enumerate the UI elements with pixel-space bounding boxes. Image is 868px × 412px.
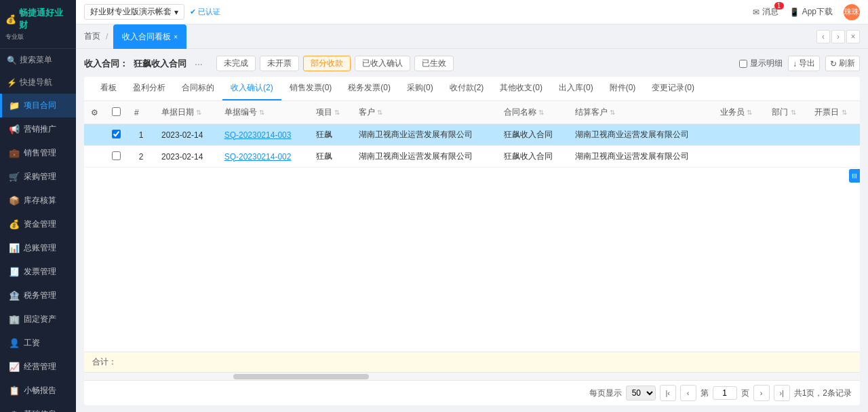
- user-avatar[interactable]: 珠珠: [844, 4, 860, 20]
- row-orderno[interactable]: SQ-20230214-003: [218, 124, 309, 146]
- sidebar-item-hr[interactable]: 👤 工资: [0, 331, 76, 355]
- tab-tax-invoice[interactable]: 税务发票(0): [340, 77, 399, 100]
- table-row[interactable]: 2 2023-02-14 SQ-20230214-002 狂飙 湖南卫视商业运营…: [84, 146, 860, 168]
- row-opendate: [808, 146, 860, 168]
- status-confirmed[interactable]: 已收入确认: [355, 56, 410, 71]
- status-uninvoiced[interactable]: 未开票: [260, 56, 299, 71]
- sidebar-item-capital[interactable]: 💰 资金管理: [0, 212, 76, 236]
- col-customer-header[interactable]: 客户 ⇅: [352, 101, 497, 124]
- col-contractname-header[interactable]: 合同名称 ⇅: [497, 101, 568, 124]
- tab-kanban[interactable]: 看板: [92, 77, 125, 100]
- sidebar-item-report[interactable]: 📋 小畅报告: [0, 379, 76, 402]
- tab-sales-invoice[interactable]: 销售发票(0): [281, 77, 340, 100]
- topbar: 好业财专业版演示帐套 ▾ ✔ 已认证 ✉ 1 消息 📱 App下载 珠珠: [76, 0, 868, 24]
- tab-other-income[interactable]: 其他收支(0): [492, 77, 551, 100]
- col-check-header[interactable]: [105, 101, 127, 124]
- tab-purchase[interactable]: 采购(0): [399, 77, 441, 100]
- status-partial-received[interactable]: 部分收款: [303, 56, 351, 71]
- sort-customer-icon: ⇅: [377, 109, 382, 116]
- page-last-button[interactable]: ›|: [774, 385, 790, 401]
- row-check[interactable]: [105, 124, 127, 146]
- sidebar-item-project[interactable]: 📁 项目合同: [0, 94, 76, 117]
- status-effective[interactable]: 已生效: [414, 56, 454, 71]
- table-row[interactable]: 1 2023-02-14 SQ-20230214-003 狂飙 湖南卫视商业运营…: [84, 124, 860, 146]
- sidebar-item-marketing[interactable]: 📢 营销推广: [0, 117, 76, 141]
- status-uncomplete[interactable]: 未完成: [216, 56, 256, 71]
- col-salesperson-header[interactable]: 业务员 ⇅: [713, 101, 766, 124]
- col-no-header: #: [127, 101, 155, 124]
- sidebar-item-tax[interactable]: 🏦 税务管理: [0, 284, 76, 307]
- breadcrumb-home[interactable]: 首页: [84, 31, 100, 42]
- app-logo: 💰 畅捷通好业财 专业版: [0, 0, 76, 49]
- tab-close-arrow[interactable]: ×: [846, 30, 860, 43]
- tab-payment[interactable]: 收付款(2): [441, 77, 492, 100]
- tab-income-confirm[interactable]: 收入确认(2): [222, 77, 281, 100]
- sort-opendate-icon: ⇅: [842, 109, 847, 116]
- tax-icon: 🏦: [9, 291, 20, 301]
- right-panel-toggle[interactable]: ≡: [849, 169, 860, 183]
- tab-income-contract[interactable]: 收入合同看板 ×: [113, 24, 186, 49]
- col-settlecustomer-header[interactable]: 结算客户 ⇅: [568, 101, 713, 124]
- breadcrumb-separator: /: [106, 32, 108, 41]
- col-gear-header[interactable]: ⚙: [84, 101, 105, 124]
- contract-label: 收入合同：: [84, 58, 128, 70]
- content-area: 收入合同： 狂飙收入合同 ··· 未完成 未开票 部分收款 已收入确认 已生效 …: [76, 49, 868, 412]
- sidebar: 💰 畅捷通好业财 专业版 🔍 搜索菜单 ⚡ 快捷导航 📁 项目合同 📢 营销推广…: [0, 0, 76, 412]
- sort-date-icon: ⇅: [196, 109, 201, 116]
- sidebar-item-fixed-assets[interactable]: 🏢 固定资产: [0, 307, 76, 331]
- sidebar-item-label: 经营管理: [24, 361, 56, 373]
- company-name: 好业财专业版演示帐套: [90, 6, 172, 18]
- company-dropdown-icon: ▾: [174, 7, 178, 17]
- scrollbar-thumb[interactable]: [233, 374, 369, 379]
- horizontal-scrollbar[interactable]: [84, 372, 860, 380]
- col-orderno-header[interactable]: 单据编号 ⇅: [218, 101, 309, 124]
- sidebar-item-sales[interactable]: 💼 销售管理: [0, 141, 76, 165]
- tab-outbound[interactable]: 出入库(0): [551, 77, 601, 100]
- page-prev-button[interactable]: ‹: [680, 385, 696, 401]
- page-next-button[interactable]: ›: [753, 385, 770, 401]
- page-size-select[interactable]: 50: [626, 386, 656, 400]
- project-icon: 📁: [9, 100, 20, 111]
- panel-tabs: 看板 盈利分析 合同标的 收入确认(2) 销售发票(0) 税务发票(0) 采购(…: [84, 77, 860, 101]
- sidebar-search[interactable]: 🔍 搜索菜单: [0, 49, 76, 71]
- more-button[interactable]: ···: [192, 58, 205, 69]
- message-badge: 1: [774, 2, 784, 10]
- tab-change-log[interactable]: 变更记录(0): [644, 77, 703, 100]
- col-date-header[interactable]: 单据日期 ⇅: [155, 101, 218, 124]
- row-check[interactable]: [105, 146, 127, 168]
- col-department-header[interactable]: 部门 ⇅: [765, 101, 808, 124]
- page-first-button[interactable]: |‹: [660, 385, 676, 401]
- tab-contract-standard[interactable]: 合同标的: [174, 77, 222, 100]
- tab-next-arrow[interactable]: ›: [831, 30, 845, 43]
- tab-attachment[interactable]: 附件(0): [601, 77, 644, 100]
- row-orderno[interactable]: SQ-20230214-002: [218, 146, 309, 168]
- col-opendate-header[interactable]: 开票日 ⇅: [808, 101, 860, 124]
- export-label: 导出: [799, 58, 815, 69]
- sidebar-item-invoice[interactable]: 🧾 发票管理: [0, 260, 76, 284]
- message-button[interactable]: ✉ 1 消息: [753, 6, 778, 18]
- col-project-header[interactable]: 项目 ⇅: [309, 101, 352, 124]
- sidebar-item-label: 采购管理: [24, 171, 56, 183]
- row-customer: 湖南卫视商业运营发展有限公司: [352, 124, 497, 146]
- select-all-checkbox[interactable]: [112, 107, 121, 116]
- sidebar-item-inventory[interactable]: 📦 库存核算: [0, 189, 76, 212]
- app-name: 畅捷通好业财: [19, 7, 71, 31]
- sidebar-item-general[interactable]: 📊 总账管理: [0, 236, 76, 260]
- page-input[interactable]: [713, 386, 737, 400]
- tab-close-icon[interactable]: ×: [174, 33, 178, 41]
- basic-icon: ⚙: [9, 409, 20, 413]
- export-button[interactable]: ↓ 导出: [788, 56, 820, 71]
- main-area: 好业财专业版演示帐套 ▾ ✔ 已认证 ✉ 1 消息 📱 App下载 珠珠: [76, 0, 868, 412]
- sidebar-item-basic[interactable]: ⚙ 基础信息: [0, 402, 76, 412]
- certified-label: 已认证: [198, 7, 220, 17]
- sidebar-item-business[interactable]: 📈 经营管理: [0, 355, 76, 379]
- show-detail-toggle[interactable]: 显示明细: [739, 58, 783, 69]
- company-selector[interactable]: 好业财专业版演示帐套 ▾: [84, 4, 184, 20]
- show-detail-checkbox[interactable]: [739, 60, 747, 68]
- tab-profit[interactable]: 盈利分析: [125, 77, 174, 100]
- sidebar-quick-nav[interactable]: ⚡ 快捷导航: [0, 71, 76, 94]
- app-download-button[interactable]: 📱 App下载: [789, 6, 833, 18]
- sidebar-item-purchase[interactable]: 🛒 采购管理: [0, 165, 76, 189]
- refresh-button[interactable]: ↻ 刷新: [825, 56, 860, 71]
- tab-prev-arrow[interactable]: ‹: [816, 30, 830, 43]
